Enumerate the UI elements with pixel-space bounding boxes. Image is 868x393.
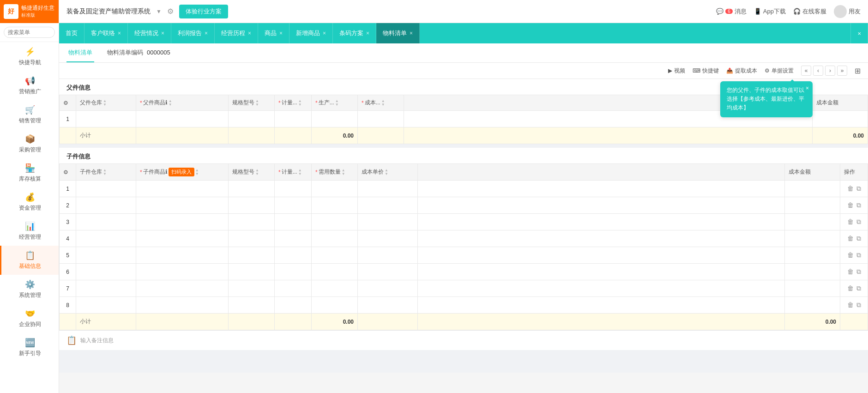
parent-spec-1[interactable] bbox=[229, 111, 275, 127]
system-dropdown-arrow[interactable]: ▼ bbox=[156, 8, 162, 15]
child-product-7[interactable] bbox=[136, 280, 229, 297]
child-spec-1[interactable] bbox=[229, 181, 275, 197]
child-warehouse-6[interactable] bbox=[76, 264, 136, 280]
tab-bom-close[interactable]: × bbox=[410, 30, 413, 36]
tab-new-product[interactable]: 新增商品 × bbox=[289, 23, 333, 43]
th-child-unit-cost[interactable]: 成本单价▲▼ bbox=[358, 164, 418, 181]
nav-next-next[interactable]: » bbox=[837, 66, 847, 76]
child-unit-cost-2[interactable] bbox=[358, 197, 418, 214]
tab-home[interactable]: 首页 bbox=[59, 23, 84, 43]
view-button[interactable]: ▶ 视频 bbox=[668, 67, 685, 75]
child-unit-8[interactable] bbox=[275, 297, 312, 314]
child-unit-cost-1[interactable] bbox=[358, 181, 418, 197]
child-spec-5[interactable] bbox=[229, 247, 275, 264]
delete-icon[interactable]: 🗑 bbox=[847, 185, 854, 193]
copy-icon[interactable]: ⧉ bbox=[856, 301, 861, 309]
child-product-6[interactable] bbox=[136, 264, 229, 280]
child-spec-8[interactable] bbox=[229, 297, 275, 314]
sidebar-item-sales[interactable]: 🛒 销售管理 bbox=[0, 100, 59, 129]
tab-bom[interactable]: 物料清单 × bbox=[376, 23, 420, 43]
delete-icon[interactable]: 🗑 bbox=[847, 268, 854, 276]
trial-button[interactable]: 体验行业方案 bbox=[179, 5, 228, 18]
delete-icon[interactable]: 🗑 bbox=[847, 301, 854, 309]
child-spec-3[interactable] bbox=[229, 214, 275, 230]
child-warehouse-1[interactable] bbox=[76, 181, 136, 197]
sidebar-item-system[interactable]: ⚙️ 系统管理 bbox=[0, 275, 59, 304]
tab-profit[interactable]: 利润报告 × bbox=[171, 23, 215, 43]
sub-tab-bom-code[interactable]: 物料清单编码 0000005 bbox=[105, 43, 172, 62]
th-parent-settings[interactable]: ⚙ bbox=[60, 95, 76, 111]
sidebar-item-ops[interactable]: 📊 经营管理 bbox=[0, 217, 59, 246]
copy-icon[interactable]: ⧉ bbox=[856, 201, 861, 209]
sidebar-item-collab[interactable]: 🤝 企业协同 bbox=[0, 304, 59, 333]
online-service-button[interactable]: 🎧 在线客服 bbox=[793, 7, 826, 16]
tab-new-product-close[interactable]: × bbox=[323, 30, 326, 36]
copy-icon[interactable]: ⧉ bbox=[856, 185, 861, 193]
child-unit-1[interactable] bbox=[275, 181, 312, 197]
child-spec-2[interactable] bbox=[229, 197, 275, 214]
sidebar-item-inventory[interactable]: 🏪 库存核算 bbox=[0, 158, 59, 187]
tab-customer-close[interactable]: × bbox=[118, 30, 121, 36]
parent-warehouse-1[interactable] bbox=[76, 111, 136, 127]
parent-cost-1[interactable] bbox=[358, 111, 404, 127]
child-qty-5[interactable] bbox=[312, 247, 358, 264]
child-product-8[interactable] bbox=[136, 297, 229, 314]
parent-product-1[interactable] bbox=[136, 111, 229, 127]
tab-history-close[interactable]: × bbox=[248, 30, 251, 36]
child-qty-1[interactable] bbox=[312, 181, 358, 197]
th-parent-spec[interactable]: 规格型号▲▼ bbox=[229, 95, 275, 111]
copy-icon[interactable]: ⧉ bbox=[856, 268, 861, 276]
copy-icon[interactable]: ⧉ bbox=[856, 251, 861, 259]
child-unit-cost-6[interactable] bbox=[358, 264, 418, 280]
parent-prod-1[interactable] bbox=[312, 111, 358, 127]
tooltip-close-button[interactable]: × bbox=[806, 84, 809, 93]
child-qty-7[interactable] bbox=[312, 280, 358, 297]
grid-view-icon[interactable]: ⊞ bbox=[855, 67, 861, 75]
tab-product-close[interactable]: × bbox=[279, 30, 283, 36]
child-spec-4[interactable] bbox=[229, 230, 275, 247]
user-profile[interactable]: 用友 bbox=[834, 5, 861, 18]
search-input[interactable] bbox=[4, 27, 55, 38]
th-child-product[interactable]: *子件商品ℹ 扫码录入▲▼ bbox=[136, 164, 229, 181]
sidebar-item-basic[interactable]: 📋 基础信息 bbox=[0, 246, 59, 275]
delete-icon[interactable]: 🗑 bbox=[847, 235, 854, 242]
tab-ops-status[interactable]: 经营情况 × bbox=[128, 23, 171, 43]
sidebar-item-quick-nav[interactable]: ⚡ 快捷导航 bbox=[0, 42, 59, 71]
child-product-4[interactable] bbox=[136, 230, 229, 247]
child-unit-cost-7[interactable] bbox=[358, 280, 418, 297]
child-unit-7[interactable] bbox=[275, 280, 312, 297]
child-warehouse-5[interactable] bbox=[76, 247, 136, 264]
child-unit-6[interactable] bbox=[275, 264, 312, 280]
th-child-qty[interactable]: *需用数量▲▼ bbox=[312, 164, 358, 181]
gear-icon[interactable]: ⚙ bbox=[167, 7, 174, 16]
sidebar-item-finance[interactable]: 💰 资金管理 bbox=[0, 187, 59, 217]
child-product-1[interactable] bbox=[136, 181, 229, 197]
tab-close-all[interactable]: × bbox=[850, 23, 868, 43]
child-spec-7[interactable] bbox=[229, 280, 275, 297]
child-spec-6[interactable] bbox=[229, 264, 275, 280]
copy-icon[interactable]: ⧉ bbox=[856, 284, 861, 292]
copy-icon[interactable]: ⧉ bbox=[856, 235, 861, 242]
app-download-button[interactable]: 📱 App下载 bbox=[754, 7, 786, 16]
message-button[interactable]: 💬 6 消息 bbox=[716, 7, 747, 16]
child-qty-6[interactable] bbox=[312, 264, 358, 280]
child-qty-8[interactable] bbox=[312, 297, 358, 314]
child-warehouse-8[interactable] bbox=[76, 297, 136, 314]
child-warehouse-2[interactable] bbox=[76, 197, 136, 214]
tab-history[interactable]: 经营历程 × bbox=[215, 23, 258, 43]
delete-icon[interactable]: 🗑 bbox=[847, 284, 854, 292]
tab-ops-close[interactable]: × bbox=[161, 30, 164, 36]
child-warehouse-7[interactable] bbox=[76, 280, 136, 297]
child-unit-cost-3[interactable] bbox=[358, 214, 418, 230]
th-child-settings[interactable]: ⚙ bbox=[60, 164, 76, 181]
child-unit-2[interactable] bbox=[275, 197, 312, 214]
delete-icon[interactable]: 🗑 bbox=[847, 251, 854, 259]
th-parent-cost[interactable]: *成本...▲▼ bbox=[358, 95, 404, 111]
child-unit-4[interactable] bbox=[275, 230, 312, 247]
child-unit-cost-4[interactable] bbox=[358, 230, 418, 247]
child-qty-2[interactable] bbox=[312, 197, 358, 214]
tab-profit-close[interactable]: × bbox=[205, 30, 208, 36]
child-unit-3[interactable] bbox=[275, 214, 312, 230]
th-child-spec[interactable]: 规格型号▲▼ bbox=[229, 164, 275, 181]
sidebar-item-guide[interactable]: 🆕 新手引导 bbox=[0, 333, 59, 362]
